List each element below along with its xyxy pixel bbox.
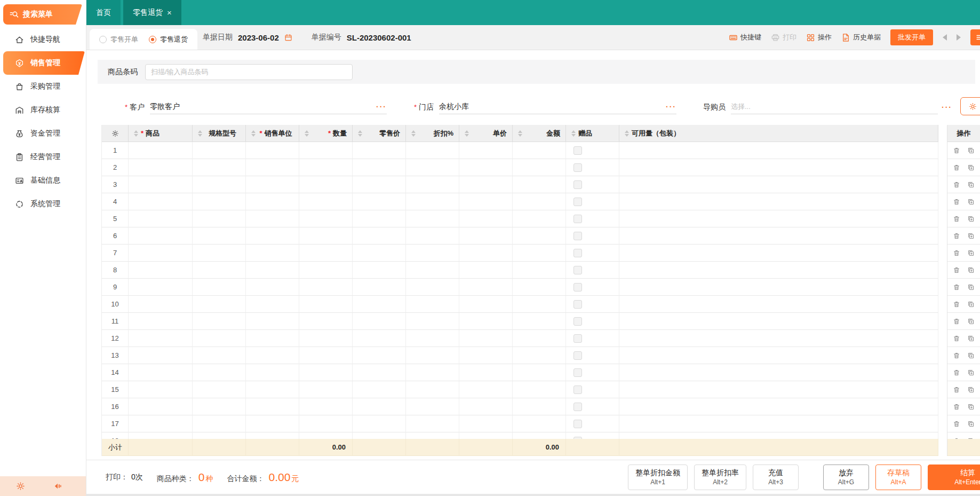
table-cell[interactable] bbox=[246, 176, 299, 193]
table-cell[interactable] bbox=[299, 398, 353, 415]
column-header-6[interactable]: 折扣% bbox=[406, 125, 459, 142]
table-cell[interactable] bbox=[459, 381, 513, 398]
table-cell[interactable] bbox=[193, 262, 246, 279]
recharge-button[interactable]: 充值Alt+3 bbox=[753, 464, 799, 490]
sort-icon[interactable] bbox=[411, 130, 416, 137]
sort-icon[interactable] bbox=[358, 130, 362, 137]
table-cell[interactable] bbox=[513, 262, 566, 279]
table-cell[interactable] bbox=[459, 193, 513, 210]
table-cell[interactable] bbox=[353, 381, 406, 398]
table-cell[interactable] bbox=[353, 279, 406, 296]
table-cell[interactable] bbox=[353, 398, 406, 415]
table-cell[interactable] bbox=[129, 347, 193, 364]
shortcut-keys-link[interactable]: 快捷键 bbox=[729, 33, 761, 42]
tab-retail-return[interactable]: 零售退货× bbox=[123, 0, 181, 25]
table-cell[interactable] bbox=[513, 245, 566, 262]
sidebar-item-1[interactable]: 快捷导航 bbox=[0, 28, 86, 51]
table-cell[interactable] bbox=[513, 364, 566, 381]
table-cell[interactable] bbox=[246, 142, 299, 159]
table-cell[interactable] bbox=[246, 227, 299, 245]
table-cell[interactable] bbox=[406, 159, 459, 176]
delete-row-icon[interactable] bbox=[953, 181, 960, 188]
gift-checkbox[interactable] bbox=[573, 249, 582, 257]
table-cell[interactable] bbox=[299, 415, 353, 432]
table-cell[interactable] bbox=[513, 415, 566, 432]
delete-row-icon[interactable] bbox=[953, 403, 960, 411]
table-cell[interactable] bbox=[459, 262, 513, 279]
tab-home[interactable]: 首页 bbox=[86, 0, 121, 25]
table-cell[interactable] bbox=[299, 381, 353, 398]
column-header-4[interactable]: *数量 bbox=[299, 125, 353, 142]
table-cell[interactable] bbox=[193, 245, 246, 262]
table-cell[interactable] bbox=[353, 176, 406, 193]
table-cell[interactable] bbox=[619, 296, 938, 313]
collapse-sidebar-icon[interactable] bbox=[53, 482, 62, 491]
table-cell[interactable] bbox=[193, 227, 246, 245]
gift-checkbox[interactable] bbox=[573, 266, 582, 274]
table-cell[interactable] bbox=[193, 330, 246, 347]
store-more-button[interactable]: ··· bbox=[666, 103, 676, 111]
delete-row-icon[interactable] bbox=[953, 284, 960, 291]
gift-checkbox[interactable] bbox=[573, 420, 582, 428]
gift-checkbox[interactable] bbox=[573, 163, 582, 172]
table-cell[interactable] bbox=[193, 210, 246, 227]
table-cell[interactable] bbox=[246, 296, 299, 313]
calendar-icon[interactable] bbox=[284, 34, 292, 42]
table-cell[interactable] bbox=[406, 176, 459, 193]
table-cell[interactable] bbox=[193, 176, 246, 193]
chevron-right-icon[interactable] bbox=[957, 34, 961, 41]
delete-row-icon[interactable] bbox=[953, 352, 960, 359]
table-cell[interactable] bbox=[129, 279, 193, 296]
table-cell[interactable] bbox=[406, 398, 459, 415]
table-cell[interactable] bbox=[129, 176, 193, 193]
gift-checkbox[interactable] bbox=[573, 317, 582, 326]
table-cell[interactable] bbox=[619, 398, 938, 415]
table-cell[interactable] bbox=[246, 432, 299, 439]
column-header-3[interactable]: *销售单位 bbox=[246, 125, 299, 142]
column-header-9[interactable]: 赠品 bbox=[566, 125, 619, 142]
date-value[interactable]: 2023-06-02 bbox=[238, 33, 279, 42]
sidebar-item-8[interactable]: 系统管理 bbox=[0, 192, 86, 216]
sort-icon[interactable] bbox=[518, 130, 522, 137]
radio-retail-sale[interactable]: 零售开单 bbox=[99, 35, 138, 44]
table-cell[interactable] bbox=[353, 159, 406, 176]
gift-checkbox[interactable] bbox=[573, 403, 582, 411]
gift-checkbox[interactable] bbox=[573, 232, 582, 240]
table-cell[interactable] bbox=[299, 159, 353, 176]
gift-checkbox[interactable] bbox=[573, 215, 582, 223]
delete-row-icon[interactable] bbox=[953, 301, 960, 308]
settle-button[interactable]: 结算Alt+Enter bbox=[928, 464, 980, 490]
delete-row-icon[interactable] bbox=[953, 249, 960, 257]
delete-row-icon[interactable] bbox=[953, 164, 960, 171]
table-cell[interactable] bbox=[406, 364, 459, 381]
table-cell[interactable] bbox=[353, 227, 406, 245]
table-cell[interactable] bbox=[513, 330, 566, 347]
wholesale-order-button[interactable]: 批发开单 bbox=[890, 29, 933, 45]
table-cell[interactable] bbox=[353, 313, 406, 330]
table-cell[interactable] bbox=[193, 296, 246, 313]
table-cell[interactable] bbox=[513, 176, 566, 193]
table-cell[interactable] bbox=[459, 330, 513, 347]
table-cell[interactable] bbox=[246, 245, 299, 262]
table-cell[interactable] bbox=[246, 364, 299, 381]
table-cell[interactable] bbox=[129, 142, 193, 159]
store-field[interactable]: 余杭小库 ··· bbox=[439, 99, 676, 114]
table-cell[interactable] bbox=[406, 193, 459, 210]
save-draft-button[interactable]: 存草稿Alt+A bbox=[875, 464, 921, 490]
table-cell[interactable] bbox=[459, 313, 513, 330]
table-cell[interactable] bbox=[193, 415, 246, 432]
table-cell[interactable] bbox=[193, 347, 246, 364]
gift-checkbox[interactable] bbox=[573, 334, 582, 343]
table-cell[interactable] bbox=[619, 347, 938, 364]
table-cell[interactable] bbox=[406, 279, 459, 296]
table-cell[interactable] bbox=[299, 210, 353, 227]
table-cell[interactable] bbox=[619, 142, 938, 159]
table-cell[interactable] bbox=[619, 313, 938, 330]
table-cell[interactable] bbox=[459, 245, 513, 262]
table-cell[interactable] bbox=[513, 296, 566, 313]
copy-row-icon[interactable] bbox=[967, 284, 975, 291]
table-cell[interactable] bbox=[459, 279, 513, 296]
barcode-input[interactable] bbox=[145, 64, 353, 80]
table-cell[interactable] bbox=[513, 381, 566, 398]
table-cell[interactable] bbox=[193, 313, 246, 330]
